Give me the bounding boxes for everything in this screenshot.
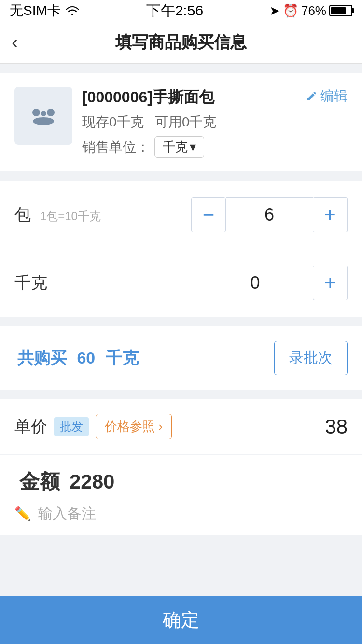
- price-value: 38: [325, 415, 348, 438]
- svg-point-1: [47, 109, 55, 116]
- status-time: 下午2:56: [146, 1, 203, 21]
- product-card: [0000006]手撕面包 编辑 现存0千克 可用0千克 销售单位： 千克 ▾: [0, 73, 362, 171]
- nav-bar: ‹ 填写商品购买信息: [0, 21, 362, 64]
- kg-qty-row: 千克 +: [14, 249, 348, 317]
- wholesale-badge: 批发: [54, 417, 89, 436]
- edit-button[interactable]: 编辑: [306, 87, 348, 105]
- back-button[interactable]: ‹: [12, 31, 18, 53]
- record-batch-button[interactable]: 录批次: [274, 341, 348, 375]
- product-name: [0000006]手撕面包: [82, 87, 214, 108]
- kg-label: 千克: [14, 272, 47, 294]
- bag-decrement-button[interactable]: −: [191, 197, 226, 232]
- product-info: [0000006]手撕面包 编辑 现存0千克 可用0千克 销售单位： 千克 ▾: [82, 87, 348, 158]
- confirm-button[interactable]: 确定: [0, 596, 362, 644]
- svg-point-2: [33, 117, 54, 125]
- bag-qty-input[interactable]: [226, 197, 313, 232]
- svg-point-0: [32, 109, 40, 116]
- bag-qty-controls: − +: [191, 197, 348, 232]
- product-stock: 现存0千克 可用0千克: [82, 113, 348, 131]
- product-unit: 销售单位： 千克 ▾: [82, 136, 348, 158]
- quantity-section: 包 1包=10千克 − + 千克 +: [0, 181, 362, 317]
- location-icon: ➤: [269, 3, 280, 18]
- bag-qty-row: 包 1包=10千克 − +: [14, 181, 348, 249]
- carrier-label: 无SIM卡: [10, 1, 61, 20]
- unit-select[interactable]: 千克 ▾: [154, 136, 204, 158]
- svg-point-3: [41, 111, 46, 116]
- battery-icon: [329, 5, 352, 16]
- bag-label: 包 1包=10千克: [14, 204, 101, 226]
- wifi-icon: [65, 5, 80, 16]
- kg-qty-input[interactable]: [197, 266, 313, 300]
- kg-qty-controls: +: [197, 266, 348, 300]
- amount-row: 金额 2280: [14, 468, 348, 495]
- amount-section: 金额 2280 ✏️ 输入备注: [0, 455, 362, 535]
- status-bar: 无SIM卡 下午2:56 ➤ ⏰ 76%: [0, 0, 362, 21]
- kg-increment-button[interactable]: +: [313, 266, 348, 300]
- page-title: 填写商品购买信息: [115, 31, 247, 54]
- battery-percent: 76%: [301, 3, 326, 18]
- bag-increment-button[interactable]: +: [313, 197, 348, 232]
- price-section: 单价 批发 价格参照 › 38: [0, 399, 362, 454]
- alarm-icon: ⏰: [283, 3, 298, 18]
- price-label: 单价 批发 价格参照 ›: [14, 414, 172, 439]
- status-right: ➤ ⏰ 76%: [269, 3, 352, 18]
- price-reference-button[interactable]: 价格参照 ›: [96, 414, 172, 439]
- note-row[interactable]: ✏️ 输入备注: [14, 504, 348, 529]
- status-left: 无SIM卡: [10, 1, 80, 20]
- pencil-icon: ✏️: [14, 506, 31, 522]
- summary-text: 共购买 60 千克: [14, 347, 141, 369]
- note-placeholder: 输入备注: [38, 504, 96, 524]
- product-image: [14, 87, 72, 145]
- summary-section: 共购买 60 千克 录批次: [0, 326, 362, 390]
